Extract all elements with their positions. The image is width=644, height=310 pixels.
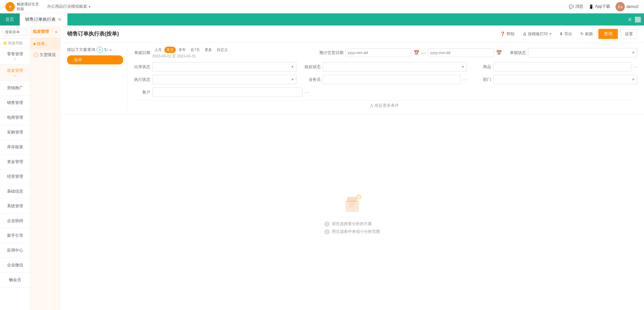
submenu-collapse-icon[interactable]: « (55, 30, 57, 34)
filter-expected-delivery-field: 预计交货日期 📅 — 📅 (319, 48, 502, 57)
sidebar-item-sales[interactable]: 销售管理 (0, 96, 30, 110)
export-icon: ⬇ (559, 32, 563, 36)
filter-department-field: 部门 ▾ (472, 75, 637, 84)
submenu-item-by-order[interactable]: 按单 (30, 38, 60, 49)
sidebar-item-members[interactable]: 畅会员 (0, 273, 30, 288)
app-download-button[interactable]: 📱 App下载 (589, 4, 610, 9)
filter-salesperson-field: 业务员 ··· (302, 75, 467, 84)
svg-point-3 (356, 194, 362, 200)
scheme-selector: 按以下方案查询 + ↻ « 按单 (67, 47, 127, 110)
sidebar-item-wholesale[interactable]: 批发管理 ▴ (0, 64, 30, 81)
date-tab-7days[interactable]: 近7天 (189, 47, 202, 53)
sidebar-item-onboarding[interactable]: 新手引导 (0, 228, 30, 243)
svg-rect-2 (347, 197, 357, 202)
salesperson-ellipsis-icon[interactable]: ··· (463, 77, 467, 82)
sidebar-item-basic-info[interactable]: 基础信息 (0, 184, 30, 199)
tab-bar: 首页 销售订单执行表 ✕ ✕ ⬜ (0, 13, 644, 25)
search-input[interactable] (3, 28, 27, 36)
sidebar-item-ecommerce[interactable]: 电商管理 (0, 110, 30, 125)
message-button[interactable]: 💬 消息 (569, 4, 583, 9)
query-button[interactable]: 查询 (598, 29, 618, 39)
breadcrumb-text: 办公用品行业模拟账套 (47, 4, 87, 9)
shipment-label: 出库状态 (131, 64, 150, 70)
filter-row-2: 出库状态 ▾ 收款状态 ▾ (131, 62, 637, 71)
date-tab-more[interactable]: 更多 (203, 47, 214, 53)
filter-row-1: 单据日期 上月 本月 本年 近7天 更多 自定义 20 (131, 47, 637, 59)
step-2-badge: 2 (324, 229, 330, 235)
breadcrumb-arrow-icon[interactable]: ▾ (89, 4, 91, 9)
calendar-end-icon[interactable]: 📅 (496, 50, 502, 55)
sidebar-item-inventory[interactable]: 库存核算 (0, 140, 30, 155)
sidebar-item-finance[interactable]: 资金管理 (0, 155, 30, 169)
user-profile[interactable]: Ea demo2 (615, 2, 639, 11)
sidebar-quick-nav[interactable]: ⭐ 快捷导航 (0, 39, 30, 48)
customer-ellipsis-icon[interactable]: ··· (305, 90, 309, 95)
date-tab-this-month[interactable]: 本月 (164, 47, 176, 53)
refresh-scheme-icon[interactable]: ↻ (104, 47, 108, 52)
expected-delivery-start-input[interactable] (345, 48, 412, 57)
filter-payment-field: 收款状态 ▾ (302, 62, 467, 71)
filter-status-field: 单据状态 ▾ (507, 48, 637, 57)
print-chevron-icon: ▾ (549, 32, 551, 36)
sidebar-item-apps[interactable]: 应用中心 (0, 243, 30, 258)
shipment-select[interactable]: ▾ (152, 62, 297, 71)
collapse-scheme-icon[interactable]: « (109, 47, 112, 52)
scheme-dot-icon (70, 59, 72, 61)
content-area: 销售订单执行表(按单) ❓ 帮助 🖨 按模板打印 ▾ ⬇ 导出 ↻ 刷新 (60, 25, 644, 310)
sidebar-item-enterprise[interactable]: 企业协同 (0, 214, 30, 228)
refresh-button[interactable]: ↻ 刷新 (578, 30, 596, 38)
department-select[interactable]: ▾ (493, 75, 637, 84)
submenu-item-shortage[interactable]: ○ 欠货情况 (30, 49, 60, 60)
status-select[interactable]: ▾ (528, 48, 637, 57)
sidebar-item-purchase[interactable]: 采购管理 (0, 125, 30, 140)
add-scheme-button[interactable]: + (97, 47, 103, 53)
step-1-badge: 1 (324, 221, 330, 227)
refresh-icon: ↻ (580, 32, 584, 36)
template-print-button[interactable]: 🖨 按模板打印 ▾ (520, 30, 554, 38)
salesperson-input[interactable] (323, 75, 461, 84)
expected-delivery-end-input[interactable] (428, 48, 494, 57)
avatar: Ea (615, 2, 625, 11)
tab-home[interactable]: 首页 (0, 13, 20, 25)
logo-area: 畅捷通好生意 标版 (5, 2, 39, 11)
help-button[interactable]: ❓ 帮助 (497, 30, 517, 38)
sidebar-item-marketing[interactable]: 营销推广 (0, 81, 30, 96)
page-header: 销售订单执行表(按单) ❓ 帮助 🖨 按模板打印 ▾ ⬇ 导出 ↻ 刷新 (60, 25, 644, 43)
sidebar-item-system[interactable]: 系统管理 (0, 199, 30, 214)
sidebar: ⭐ 快捷导航 零售管理 ▾ 批发管理 ▴ 营销推广 销售管理 电商管理 采购管理… (0, 25, 30, 310)
logo-icon (5, 2, 15, 11)
tab-close-icon[interactable]: ✕ (58, 17, 62, 22)
filter-fields: 单据日期 上月 本月 本年 近7天 更多 自定义 20 (131, 47, 637, 110)
status-label: 单据状态 (507, 50, 526, 56)
date-tabs: 上月 本月 本年 近7天 更多 自定义 (152, 47, 314, 53)
payment-select[interactable]: ▾ (323, 62, 467, 71)
scheme-item-by-order[interactable]: 按单 (67, 55, 123, 64)
page-actions-right: ❓ 帮助 🖨 按模板打印 ▾ ⬇ 导出 ↻ 刷新 查询 设置 (497, 29, 637, 39)
department-label: 部门 (472, 77, 491, 83)
date-tab-custom[interactable]: 自定义 (215, 47, 230, 53)
calendar-start-icon[interactable]: 📅 (414, 50, 419, 55)
date-tab-this-year[interactable]: 本年 (176, 47, 188, 53)
sidebar-item-operations[interactable]: 经营管理 (0, 169, 30, 184)
collapse-up-icon: ⋀ (370, 103, 373, 108)
goods-input[interactable] (493, 62, 631, 71)
settings-button[interactable]: 设置 (621, 29, 637, 39)
filter-date-field: 单据日期 上月 本月 本年 近7天 更多 自定义 20 (131, 47, 314, 59)
date-separator: — (421, 50, 426, 55)
tab-bar-actions: ✕ ⬜ (628, 13, 644, 25)
collapse-more-button[interactable]: ⋀ 收起更多条件 (131, 100, 637, 110)
date-tab-last-month[interactable]: 上月 (152, 47, 164, 53)
export-button[interactable]: ⬇ 导出 (557, 30, 575, 38)
salesperson-label: 业务员 (302, 77, 321, 83)
window-maximize-icon[interactable]: ⬜ (635, 16, 641, 23)
chevron-down-icon: ▾ (291, 77, 293, 82)
execution-select[interactable]: ▾ (152, 75, 297, 84)
sidebar-item-wechat[interactable]: 企业微信 (0, 258, 30, 273)
empty-state: 1 请先选择要分析的方案 2 用过滤条件来缩小分析范围 (60, 115, 644, 310)
tab-sales-order[interactable]: 销售订单执行表 ✕ (20, 13, 67, 25)
date-label: 单据日期 (131, 50, 150, 56)
customer-input[interactable] (152, 88, 303, 97)
goods-ellipsis-icon[interactable]: ··· (633, 64, 637, 69)
window-close-icon[interactable]: ✕ (628, 16, 632, 23)
sidebar-item-retail[interactable]: 零售管理 ▾ (0, 48, 30, 64)
